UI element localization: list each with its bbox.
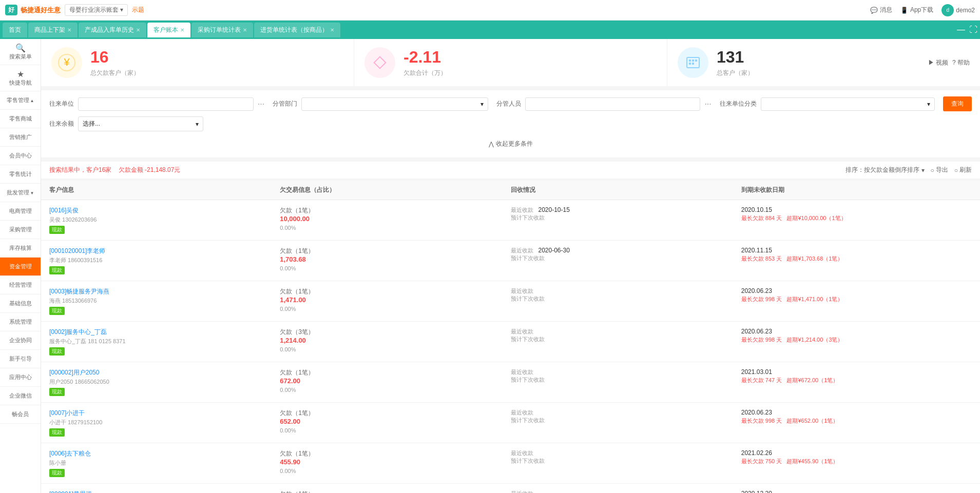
sort-selector[interactable]: 排序：按欠款金额倒序排序 ▾ [846,166,925,174]
customer-name-link[interactable]: [0003]畅捷服务尹海燕 [49,287,280,296]
sidebar-item-enterprise-wechat[interactable]: 企业微信 [0,387,41,405]
tab-maximize-btn[interactable]: ⛶ [969,25,977,34]
stat-content-total-customers: 131 总客户（家） [717,48,754,77]
last-collection-label: 最近收款 [511,490,741,493]
customer-name-link[interactable]: [0006]去下粮仓 [49,449,280,458]
store-selector[interactable]: 母婴行业演示账套 ▾ [65,4,128,16]
collapse-btn[interactable]: ⋀ 收起更多条件 [49,136,972,151]
filter-balance-select[interactable]: 选择... ▾ [78,116,203,131]
tab-product-shelf[interactable]: 商品上下架 ✕ [28,23,78,37]
sidebar-item-system-mgmt[interactable]: 系统管理 [0,313,41,331]
due-date: 2020.06.23 [741,409,972,416]
sidebar-item-purchase-mgmt[interactable]: 采购管理 [0,221,41,239]
sidebar-item-inventory[interactable]: 库存核算 [0,239,41,258]
search-button[interactable]: 查询 [943,96,972,111]
debt-amount[interactable]: 1,703.68 [280,255,510,263]
play-icon: ▶ [928,59,934,66]
debt-amount[interactable]: 652.00 [280,418,510,425]
tab-close-icon[interactable]: ✕ [67,27,71,33]
customer-name-link[interactable]: [0007]小进干 [49,409,280,418]
overdue-link[interactable]: 超期¥1,214.00（3笔） [786,337,843,343]
filter-unit-input[interactable] [78,97,254,111]
sidebar-item-marketing[interactable]: 营销推广 [0,128,41,147]
customer-name-link[interactable]: [0001020001]李老师 [49,247,280,255]
sidebar: 🔍 搜索菜单 ★ 快捷导航 零售管理▲ 零售商城 营销推广 会员中心 零售统计 [0,39,41,493]
due-cell: 2020.10.15 最长欠款 884 天 超期¥10,000.00（1笔） [741,206,972,222]
refresh-icon: ○ [954,167,958,174]
sidebar-item-member-center[interactable]: 会员中心 [0,147,41,165]
tab-purchase-stats[interactable]: 采购订单统计表 ✕ [191,23,253,37]
overdue-link[interactable]: 超期¥10,000.00（1笔） [786,215,846,221]
customer-phone: 吴俊 13026203696 [49,216,280,224]
collapse-icon: ⋀ [489,141,494,148]
debt-amount[interactable]: 1,214.00 [280,337,510,344]
customer-info-cell: [0001020001]李老师 李老师 18600391516 现款 [49,247,280,274]
tab-customer-account[interactable]: 客户账本 ✕ [147,23,190,37]
overdue-link[interactable]: 超期¥652.00（1笔） [786,418,838,424]
sidebar-item-wholesale-mgmt[interactable]: 批发管理▼ [0,184,41,202]
message-btn[interactable]: 💬 消息 [870,6,892,14]
overdue-info: 最长欠款 998 天 超期¥1,214.00（3笔） [741,336,972,344]
debt-count: 欠款（3笔） [280,328,510,337]
tab-close-icon[interactable]: ✕ [180,27,184,33]
user-menu-btn[interactable]: d demo2 [941,4,975,16]
filter-person-input[interactable] [525,97,701,111]
col-header-due: 到期未收款日期 [741,186,972,194]
export-btn[interactable]: ○ 导出 [931,166,948,174]
sidebar-item-retail-mgmt[interactable]: 零售管理▲ [0,91,41,110]
sidebar-item-beginner-guide[interactable]: 新手引导 [0,350,41,368]
tab-production-history[interactable]: 产成品入库单历史 ✕ [79,23,146,37]
customer-name-link[interactable]: [000002]用户2050 [49,368,280,377]
sidebar-item-basic-info[interactable]: 基础信息 [0,294,41,313]
top-bar-right: 💬 消息 📱 App下载 d demo2 [870,4,975,16]
tab-close-icon[interactable]: ✕ [330,27,334,33]
tab-close-icon[interactable]: ✕ [136,27,140,33]
customer-name-link[interactable]: [0002]服务中心_丁磊 [49,328,280,337]
tab-goods-stats[interactable]: 进货单统计表（按商品） ✕ [254,23,340,37]
debt-info-cell: 欠款（1笔） 455.90 0.00% [280,449,510,474]
overdue-link[interactable]: 超期¥672.00（1笔） [786,377,838,383]
sidebar-item-retail-stats[interactable]: 零售统计 [0,165,41,184]
filter-person-dots[interactable]: ··· [704,100,711,109]
tab-home[interactable]: 首页 [3,23,27,37]
chevron-down-icon: ▾ [921,167,925,174]
table-row: [000002]用户2050 用户2050 18665062050 现款 欠款（… [41,362,980,403]
overdue-link[interactable]: 超期¥1,471.00（1笔） [786,296,843,302]
sidebar-item-retail-shop[interactable]: 零售商城 [0,110,41,128]
filter-dept-select[interactable]: ▾ [301,97,488,111]
refresh-btn[interactable]: ○ 刷新 [954,166,972,174]
results-actions: 排序：按欠款金额倒序排序 ▾ ○ 导出 ○ 刷新 [846,166,972,174]
video-btn[interactable]: ▶ 视频 [928,58,948,67]
tab-close-icon[interactable]: ✕ [243,27,247,33]
overdue-link[interactable]: 超期¥1,703.68（1笔） [786,255,843,262]
sidebar-item-chang-member[interactable]: 畅会员 [0,405,41,424]
debt-ratio: 0.00% [280,468,510,474]
overdue-link[interactable]: 超期¥455.90（1笔） [786,458,838,464]
sidebar-item-app-center[interactable]: 应用中心 [0,368,41,387]
last-collection-label: 最近收款 [511,449,741,457]
tab-minimize-btn[interactable]: — [957,25,965,34]
sidebar-item-enterprise-collab[interactable]: 企业协同 [0,331,41,350]
customer-name-link[interactable]: [000001]黄思源 [49,490,280,493]
customer-name-link[interactable]: [0016]吴俊 [49,206,280,215]
filter-category-select[interactable]: ▾ [761,97,935,111]
debt-amount[interactable]: 672.00 [280,377,510,385]
table-row: [0006]去下粮仓 陈小册 现款 欠款（1笔） 455.90 0.00% 最近… [41,443,980,484]
debt-amount[interactable]: 1,471.00 [280,296,510,304]
debt-customers-label: 总欠款客户（家） [90,69,140,77]
sidebar-item-ecommerce[interactable]: 电商管理 [0,202,41,221]
app-download-btn[interactable]: 📱 App下载 [900,6,933,14]
help-btn[interactable]: ? 帮助 [952,58,970,67]
debt-amount[interactable]: 10,000.00 [280,215,510,223]
sidebar-item-finance-mgmt[interactable]: 资金管理 [0,258,41,276]
sidebar-item-search-menu[interactable]: 🔍 搜索菜单 [0,39,41,65]
debt-amount[interactable]: 455.90 [280,458,510,466]
nav-link[interactable]: 示题 [132,6,144,14]
customer-tag: 现款 [49,307,65,315]
debt-ratio: 0.00% [280,387,510,393]
filter-unit-dots[interactable]: ··· [258,100,264,109]
sidebar-item-quick-nav[interactable]: ★ 快捷导航 [0,65,41,91]
sidebar-item-operation-mgmt[interactable]: 经营管理 [0,276,41,294]
chevron-down-icon: ▾ [927,101,930,108]
customer-info-cell: [0006]去下粮仓 陈小册 现款 [49,449,280,477]
